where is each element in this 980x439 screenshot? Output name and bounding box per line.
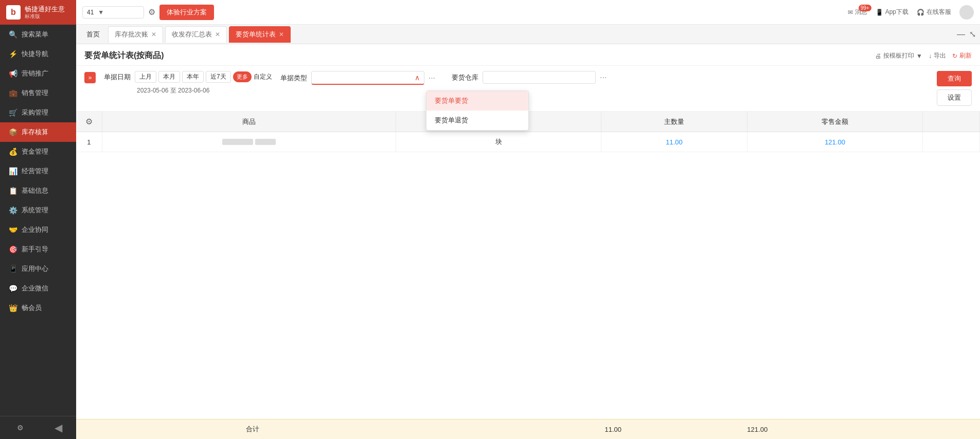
column-settings-icon[interactable]: ⚙ [85, 117, 93, 126]
sidebar-item-system[interactable]: ⚙️ 系统管理 [0, 200, 76, 220]
type-label: 单据类型 [280, 74, 307, 83]
mobile-icon: 📱 [8, 265, 17, 273]
date-prev-month-btn[interactable]: 上月 [135, 71, 156, 83]
app-download-btn[interactable]: 📱 App下载 [876, 8, 908, 16]
tab-recv-send-summary[interactable]: 收发存汇总表 ✕ [165, 26, 227, 43]
footer-amount: 121.00 [685, 426, 830, 433]
query-button[interactable]: 查询 [937, 71, 972, 86]
sidebar-item-label: 采购管理 [22, 108, 48, 117]
refresh-label: 刷新 [959, 51, 972, 60]
refresh-icon: ↻ [952, 52, 957, 60]
company-selector-chevron: ▼ [98, 9, 104, 16]
type-select[interactable]: ∧ [311, 71, 424, 85]
qty-link[interactable]: 11.00 [666, 138, 683, 146]
tab-expand-btn[interactable]: ⤡ [969, 29, 976, 39]
online-service-btn[interactable]: 🎧 在线客服 [917, 8, 951, 16]
sidebar-item-sales[interactable]: 💼 销售管理 [0, 83, 76, 103]
sidebar-item-wechat[interactable]: 💬 企业微信 [0, 279, 76, 298]
page-header: 要货单统计表(按商品) 🖨 按模板打印 ▼ ↓ 导出 ↻ 刷新 [76, 44, 980, 66]
cart-icon: 🛒 [8, 108, 17, 117]
dropdown-item-order-return[interactable]: 要货单退货 [426, 111, 528, 130]
sidebar-item-inventory[interactable]: 📦 库存核算 [0, 122, 76, 142]
sidebar-settings-btn[interactable]: ⚙ [14, 420, 27, 435]
tab-home-label: 首页 [86, 30, 100, 39]
filter-expand-btn[interactable]: » [84, 72, 96, 83]
warehouse-more-btn[interactable]: ··· [600, 73, 607, 82]
tab-minimize-btn[interactable]: — [957, 30, 965, 39]
date-this-year-btn[interactable]: 本年 [182, 71, 204, 83]
export-btn[interactable]: ↓ 导出 [929, 51, 946, 60]
tab-batch-account-close[interactable]: ✕ [151, 31, 156, 38]
type-more-btn[interactable]: ··· [429, 74, 435, 83]
user-avatar[interactable] [959, 5, 974, 20]
chart-icon: 📊 [8, 167, 17, 175]
amount-link[interactable]: 121.00 [825, 138, 845, 146]
sidebar-item-guide[interactable]: 🎯 新手引导 [0, 240, 76, 259]
date-label: 单据日期 [104, 72, 131, 82]
sidebar-collapse-btn[interactable]: ◀ [55, 422, 62, 434]
warehouse-filter-group: 要货仓库 ··· [452, 71, 607, 84]
main-content: 41 ▼ ⚙ 体验行业方案 ✉ 消息 99+ 📱 App下载 🎧 在线客服 [76, 0, 980, 439]
sidebar-item-enterprise[interactable]: 🤝 企业协同 [0, 220, 76, 240]
sidebar-item-label: 搜索菜单 [22, 30, 48, 39]
type-input[interactable] [316, 74, 408, 82]
warehouse-input[interactable] [487, 74, 580, 81]
sidebar-item-label: 基础信息 [22, 186, 48, 195]
col-product-header: 商品 [102, 112, 396, 132]
print-btn[interactable]: 🖨 按模板打印 ▼ [875, 51, 922, 60]
dropdown-item-order-goods[interactable]: 要货单要货 [426, 91, 528, 111]
refresh-btn[interactable]: ↻ 刷新 [952, 51, 972, 60]
date-this-month-btn[interactable]: 本月 [158, 71, 180, 83]
sidebar-item-search[interactable]: 🔍 搜索菜单 [0, 25, 76, 44]
print-icon: 🖨 [875, 52, 881, 60]
sidebar-item-purchase[interactable]: 🛒 采购管理 [0, 103, 76, 122]
table-footer: 合计 11.00 121.00 [76, 419, 980, 439]
trial-button[interactable]: 体验行业方案 [159, 5, 214, 20]
sidebar-item-label: 新手引导 [22, 245, 48, 254]
message-badge: 99+ [859, 5, 871, 11]
sidebar-item-marketing[interactable]: 📢 营销推广 [0, 64, 76, 83]
cell-qty: 11.00 [601, 132, 747, 152]
message-btn[interactable]: ✉ 消息 99+ [848, 8, 867, 16]
company-selector[interactable]: 41 ▼ [82, 6, 144, 19]
sidebar-item-label: 企业微信 [22, 284, 48, 293]
tab-order-stats[interactable]: 要货单统计表 ✕ [229, 26, 291, 43]
date-7days-btn[interactable]: 近7天 [206, 71, 231, 83]
sidebar-item-label: 应用中心 [22, 264, 48, 273]
tab-home[interactable]: 首页 [80, 26, 106, 43]
sidebar-item-finance[interactable]: 💰 资金管理 [0, 142, 76, 161]
cell-product [102, 132, 396, 152]
tab-recv-send-close[interactable]: ✕ [215, 31, 220, 38]
tab-order-stats-close[interactable]: ✕ [279, 31, 284, 38]
sidebar-item-member[interactable]: 👑 畅会员 [0, 298, 76, 318]
app-download-label: App下载 [885, 8, 908, 16]
tab-batch-account[interactable]: 库存批次账 ✕ [108, 26, 163, 43]
filter-action-group: 查询 设置 [937, 71, 972, 106]
date-custom-btn[interactable]: 自定义 [254, 72, 272, 81]
sidebar-item-label: 销售管理 [22, 88, 48, 98]
warehouse-select[interactable] [483, 71, 596, 84]
sidebar-nav: 🔍 搜索菜单 ⚡ 快捷导航 📢 营销推广 💼 销售管理 🛒 采购管理 📦 库存核… [0, 25, 76, 416]
sidebar-item-operations[interactable]: 📊 经营管理 [0, 161, 76, 181]
sidebar-item-label: 快捷导航 [22, 49, 48, 59]
date-more-btn[interactable]: 更多 [233, 71, 252, 82]
message-icon: ✉ [848, 9, 853, 16]
filter-date-range-row: 单据日期 2023-05-06 至 2023-06-06 [104, 86, 272, 95]
filter-type-row: 单据类型 ∧ ··· [280, 71, 435, 85]
sidebar-item-app-center[interactable]: 📱 应用中心 [0, 259, 76, 279]
gear-icon: ⚙️ [8, 206, 17, 214]
sidebar-item-quick-nav[interactable]: ⚡ 快捷导航 [0, 44, 76, 64]
date-shortcuts: 上月 本月 本年 近7天 更多 自定义 [135, 71, 272, 83]
product-bar-2 [255, 139, 276, 145]
sidebar-item-label: 库存核算 [22, 127, 48, 137]
col-amount-header: 零售金额 [747, 112, 922, 132]
settings-button[interactable]: 设置 [937, 89, 972, 106]
topbar-settings-icon[interactable]: ⚙ [148, 7, 155, 17]
filter-date-row: 单据日期 上月 本月 本年 近7天 更多 自定义 [104, 71, 272, 83]
sidebar-item-basics[interactable]: 📋 基础信息 [0, 181, 76, 200]
tab-order-stats-label: 要货单统计表 [236, 30, 276, 39]
mobile-download-icon: 📱 [876, 9, 883, 16]
type-chevron-icon: ∧ [415, 74, 420, 82]
footer-label: 合计 [108, 425, 397, 434]
megaphone-icon: 📢 [8, 69, 17, 78]
